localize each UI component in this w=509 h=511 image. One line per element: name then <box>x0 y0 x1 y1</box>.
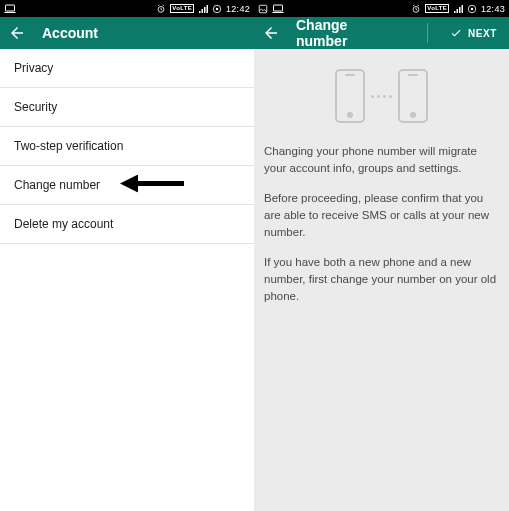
signal-icon <box>198 4 208 14</box>
list-item-label: Security <box>14 100 57 114</box>
account-screen: VoLTE 12:42 Account Privacy Security Two… <box>0 0 254 511</box>
app-bar: Change number NEXT <box>254 17 509 49</box>
volte-icon: VoLTE <box>170 4 194 13</box>
status-bar: VoLTE 12:43 <box>254 0 509 17</box>
check-icon <box>450 27 462 39</box>
volte-icon: VoLTE <box>425 4 449 13</box>
next-label: NEXT <box>468 28 497 39</box>
page-title: Change number <box>296 17 393 49</box>
info-paragraph-3: If you have both a new phone and a new n… <box>264 254 499 304</box>
list-item-label: Delete my account <box>14 217 113 231</box>
phone-left-icon <box>335 69 365 123</box>
info-paragraph-1: Changing your phone number will migrate … <box>264 143 499 176</box>
list-item-change-number[interactable]: Change number <box>0 166 254 205</box>
svg-point-4 <box>216 7 219 10</box>
image-icon <box>258 4 268 14</box>
data-icon <box>212 4 222 14</box>
divider <box>427 23 428 43</box>
list-item-delete-account[interactable]: Delete my account <box>0 205 254 244</box>
app-bar: Account <box>0 17 254 49</box>
svg-rect-5 <box>259 5 267 13</box>
phones-illustration <box>264 69 499 123</box>
svg-rect-1 <box>5 12 16 13</box>
pointer-arrow-icon <box>120 175 184 196</box>
list-item-two-step[interactable]: Two-step verification <box>0 127 254 166</box>
back-button[interactable] <box>262 24 280 42</box>
list-item-label: Change number <box>14 178 100 192</box>
list-item-security[interactable]: Security <box>0 88 254 127</box>
change-number-screen: VoLTE 12:43 Change number NEXT Changing <box>254 0 509 511</box>
arrow-back-icon <box>8 24 26 42</box>
laptop-icon <box>272 4 284 14</box>
svg-rect-6 <box>274 5 283 11</box>
svg-point-10 <box>471 7 474 10</box>
page-title: Account <box>42 25 98 41</box>
list-item-label: Two-step verification <box>14 139 123 153</box>
settings-list: Privacy Security Two-step verification C… <box>0 49 254 244</box>
status-bar: VoLTE 12:42 <box>0 0 254 17</box>
svg-rect-7 <box>273 12 284 13</box>
content-body: Changing your phone number will migrate … <box>254 49 509 334</box>
phone-right-icon <box>398 69 428 123</box>
data-icon <box>467 4 477 14</box>
dots-icon <box>371 95 392 98</box>
laptop-icon <box>4 4 16 14</box>
alarm-icon <box>156 4 166 14</box>
next-button[interactable]: NEXT <box>446 27 501 39</box>
clock-text: 12:42 <box>226 4 250 14</box>
alarm-icon <box>411 4 421 14</box>
signal-icon <box>453 4 463 14</box>
clock-text: 12:43 <box>481 4 505 14</box>
list-item-label: Privacy <box>14 61 53 75</box>
list-item-privacy[interactable]: Privacy <box>0 49 254 88</box>
svg-rect-0 <box>6 5 15 11</box>
arrow-back-icon <box>262 24 280 42</box>
info-paragraph-2: Before proceeding, please confirm that y… <box>264 190 499 240</box>
back-button[interactable] <box>8 24 26 42</box>
